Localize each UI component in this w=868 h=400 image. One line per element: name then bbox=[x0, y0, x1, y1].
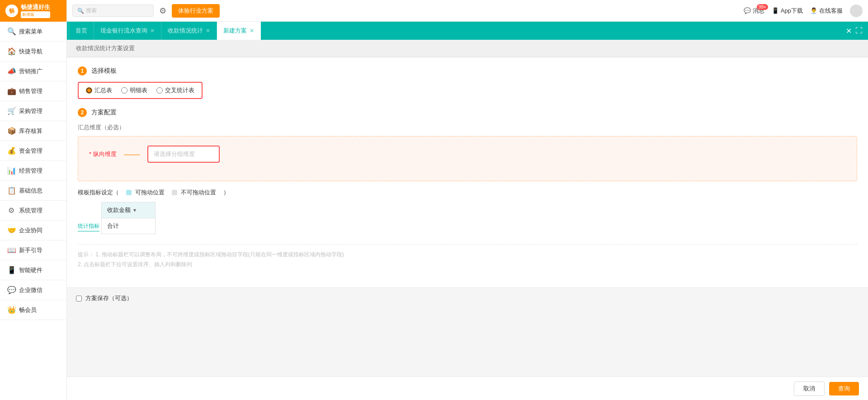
step2-title: 方案配置 bbox=[91, 108, 117, 117]
sidebar-item-label: 采购管理 bbox=[19, 107, 42, 115]
tab-new-plan[interactable]: 新建方案 ✕ bbox=[217, 22, 261, 40]
system-icon: ⚙ bbox=[7, 206, 15, 215]
tab-home-label: 首页 bbox=[75, 27, 87, 35]
logo-icon: 畅 bbox=[5, 5, 18, 17]
online-service-btn[interactable]: 👨‍💼 在线客服 bbox=[810, 7, 843, 15]
save-plan-checkbox[interactable] bbox=[76, 296, 82, 301]
sidebar-item-label: 企业协同 bbox=[19, 226, 42, 235]
topbar-right: 💬 消息 99+ 📱 App下载 👨‍💼 在线客服 bbox=[744, 5, 863, 17]
industry-solution-button[interactable]: 体验行业方案 bbox=[172, 4, 220, 18]
main-content: 🔍 搜索 ⚙ 体验行业方案 💬 消息 99+ 📱 App下载 👨‍💼 在线客服 bbox=[67, 0, 868, 400]
radio-cross-input[interactable] bbox=[156, 87, 163, 94]
cancel-button[interactable]: 取消 bbox=[794, 381, 825, 396]
step2-num: 2 bbox=[78, 108, 87, 117]
tab-bank-flow-label: 现金银行流水查询 bbox=[100, 27, 147, 35]
sidebar-item-inventory[interactable]: 📦 库存核算 bbox=[0, 121, 66, 141]
sidebar-item-label: 畅会员 bbox=[19, 306, 37, 314]
search-box[interactable]: 🔍 搜索 bbox=[72, 5, 154, 17]
fixed-label: 不可拖动位置 bbox=[181, 188, 216, 197]
operations-icon: 📊 bbox=[7, 166, 15, 175]
step1-header: 1 选择模板 bbox=[78, 66, 857, 75]
tab-bank-flow-close-icon[interactable]: ✕ bbox=[150, 28, 155, 34]
sidebar-nav: 🔍 搜索菜单 🏠 快捷导航 📣 营销推广 💼 销售管理 🛒 采购管理 📦 库存核… bbox=[0, 22, 66, 400]
page-header: 收款情况统计方案设置 bbox=[67, 40, 868, 57]
query-button[interactable]: 查询 bbox=[829, 382, 859, 395]
legend-draggable: 可拖动位置 bbox=[126, 188, 165, 197]
sidebar-item-wechat[interactable]: 💬 企业微信 bbox=[0, 280, 66, 300]
sidebar-item-enterprise[interactable]: 🤝 企业协同 bbox=[0, 221, 66, 240]
logo-badge: 标准版 bbox=[21, 11, 50, 18]
radio-cross[interactable]: 交叉统计表 bbox=[156, 86, 194, 94]
purchase-icon: 🛒 bbox=[7, 107, 15, 115]
hardware-icon: 📱 bbox=[7, 266, 15, 274]
tab-bar: 首页 现金银行流水查询 ✕ 收款情况统计 ✕ 新建方案 ✕ ✕ ⛶ bbox=[67, 22, 868, 40]
sidebar-item-finance[interactable]: 💰 资金管理 bbox=[0, 141, 66, 161]
sidebar-item-label: 快捷导航 bbox=[19, 47, 42, 56]
sidebar-item-system[interactable]: ⚙ 系统管理 bbox=[0, 201, 66, 221]
radio-detail-input[interactable] bbox=[121, 87, 127, 94]
sidebar-item-operations[interactable]: 📊 经营管理 bbox=[0, 161, 66, 181]
tab-collection-stats-label: 收款情况统计 bbox=[168, 27, 203, 35]
finance-icon: 💰 bbox=[7, 146, 15, 155]
radio-summary[interactable]: 汇总表 bbox=[86, 86, 112, 94]
metrics-header-label: 模板指标设定（ bbox=[78, 188, 119, 197]
message-badge: 99+ bbox=[757, 4, 768, 10]
legend-fixed: 不可拖动位置 bbox=[172, 188, 216, 197]
search-placeholder: 搜索 bbox=[86, 7, 97, 14]
footer-section: 方案保存（可选） bbox=[67, 287, 868, 309]
sidebar-item-label: 营销推广 bbox=[19, 67, 42, 75]
sidebar-item-label: 搜索菜单 bbox=[19, 28, 42, 36]
sidebar-item-sales[interactable]: 💼 销售管理 bbox=[0, 81, 66, 101]
topbar: 🔍 搜索 ⚙ 体验行业方案 💬 消息 99+ 📱 App下载 👨‍💼 在线客服 bbox=[67, 0, 868, 22]
hint-section: 提示： 1. 拖动标题栏可以调整布局，不可跨维度或指标区域拖动目字段(只能在同一… bbox=[78, 244, 857, 269]
tab-bank-flow[interactable]: 现金银行流水查询 ✕ bbox=[94, 22, 161, 40]
sidebar-item-guide[interactable]: 📖 新手引导 bbox=[0, 240, 66, 260]
tab-collection-stats[interactable]: 收款情况统计 ✕ bbox=[161, 22, 217, 40]
step1-title: 选择模板 bbox=[91, 67, 117, 75]
page-body: 收款情况统计方案设置 1 选择模板 汇总表 明细表 bbox=[67, 40, 868, 400]
sidebar-item-label: 库存核算 bbox=[19, 127, 42, 135]
config-sub-title: 汇总维度（必选） bbox=[78, 123, 857, 132]
draggable-label: 可拖动位置 bbox=[135, 188, 165, 197]
logo-text: 畅捷通好生 bbox=[21, 4, 50, 11]
dimension-select[interactable]: 请选择分组维度 bbox=[147, 146, 220, 163]
sidebar-item-member[interactable]: 👑 畅会员 bbox=[0, 300, 66, 320]
tab-collection-stats-close-icon[interactable]: ✕ bbox=[206, 28, 210, 34]
sidebar-item-label: 销售管理 bbox=[19, 87, 42, 95]
step1-num: 1 bbox=[78, 66, 87, 75]
metrics-row-text: 合计 bbox=[107, 222, 119, 229]
radio-cross-label: 交叉统计表 bbox=[165, 86, 194, 94]
tab-new-plan-close-icon[interactable]: ✕ bbox=[250, 28, 254, 34]
hint-line-1: 提示： 1. 拖动标题栏可以调整布局，不可跨维度或指标区域拖动目字段(只能在同一… bbox=[78, 250, 857, 260]
chevron-down-icon: ▾ bbox=[133, 207, 136, 213]
tab-home[interactable]: 首页 bbox=[69, 22, 94, 40]
sidebar-item-marketing[interactable]: 📣 营销推广 bbox=[0, 61, 66, 81]
metrics-header-end: ） bbox=[223, 188, 229, 197]
sidebar-item-quicknav[interactable]: 🏠 快捷导航 bbox=[0, 42, 66, 61]
radio-summary-input[interactable] bbox=[86, 87, 92, 94]
sidebar-item-label: 资金管理 bbox=[19, 147, 42, 155]
tab-new-plan-label: 新建方案 bbox=[223, 27, 247, 35]
message-btn[interactable]: 💬 消息 99+ bbox=[744, 7, 764, 15]
sidebar-logo: 畅 畅捷通好生 标准版 bbox=[0, 0, 66, 22]
settings-icon[interactable]: ⚙ bbox=[159, 6, 166, 16]
dimension-row: * 纵向维度 —— 请选择分组维度 bbox=[89, 146, 846, 163]
app-download-btn[interactable]: 📱 App下载 bbox=[772, 7, 803, 15]
fixed-dot bbox=[172, 190, 177, 195]
sidebar-item-label: 系统管理 bbox=[19, 207, 42, 215]
radio-detail[interactable]: 明细表 bbox=[121, 86, 147, 94]
step2-header: 2 方案配置 bbox=[78, 108, 857, 117]
sidebar-item-hardware[interactable]: 📱 智能硬件 bbox=[0, 260, 66, 280]
sidebar-item-search[interactable]: 🔍 搜索菜单 bbox=[0, 22, 66, 42]
tab-maximize-icon[interactable]: ⛶ bbox=[855, 27, 863, 35]
metrics-table-row: 合计 bbox=[102, 218, 155, 234]
online-service-label: 在线客服 bbox=[819, 7, 843, 15]
sidebar-item-purchase[interactable]: 🛒 采购管理 bbox=[0, 101, 66, 121]
tabbar-actions: ✕ ⛶ bbox=[846, 27, 866, 35]
tab-close-all-icon[interactable]: ✕ bbox=[846, 27, 852, 35]
sidebar: 畅 畅捷通好生 标准版 🔍 搜索菜单 🏠 快捷导航 📣 营销推广 💼 销售管理 … bbox=[0, 0, 67, 400]
template-radio-group: 汇总表 明细表 交叉统计表 bbox=[78, 82, 203, 99]
metrics-table-header[interactable]: 收款金额 ▾ bbox=[102, 202, 155, 218]
sidebar-item-basic-info[interactable]: 📋 基础信息 bbox=[0, 181, 66, 201]
user-avatar[interactable] bbox=[850, 5, 863, 17]
